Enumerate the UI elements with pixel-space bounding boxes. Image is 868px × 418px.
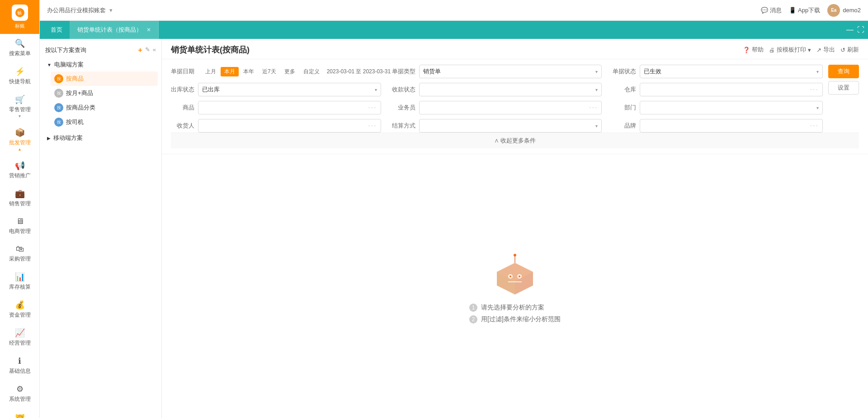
sidebar-item-quicknav[interactable]: ⚡ 快捷导航 bbox=[0, 62, 39, 90]
sidebar-item-retail[interactable]: 🛒 零售管理 ▾ bbox=[0, 90, 39, 123]
filter-area: 单据日期 上月 本月 本年 近7天 更多 自定义 bbox=[162, 59, 868, 154]
export-button[interactable]: ↗ 导出 bbox=[816, 46, 835, 54]
docstatus-control[interactable]: 已生效 ▾ bbox=[640, 65, 823, 78]
user-avatar: Ea bbox=[827, 4, 840, 17]
sidebar-item-search[interactable]: 🔍 搜索菜单 bbox=[0, 34, 39, 62]
print-button[interactable]: 🖨 按模板打印 ▾ bbox=[769, 46, 811, 54]
sidebar-item-operations[interactable]: 📈 经营管理 bbox=[0, 323, 39, 352]
receiver-control[interactable]: ··· bbox=[198, 119, 381, 133]
print-arrow-icon: ▾ bbox=[808, 47, 811, 53]
panel-collapse-button[interactable]: « bbox=[153, 46, 156, 54]
tab-close-icon[interactable]: ✕ bbox=[146, 27, 151, 33]
query-button[interactable]: 查询 bbox=[828, 65, 859, 78]
marketing-icon: 📢 bbox=[15, 161, 25, 171]
date-tab-more[interactable]: 更多 bbox=[281, 67, 299, 76]
sidebar-item-ecom[interactable]: 🖥 电商管理 bbox=[0, 212, 39, 240]
print-icon: 🖨 bbox=[769, 47, 775, 53]
doctype-arrow-icon: ▾ bbox=[595, 69, 598, 74]
tree-parent-mobile[interactable]: ▶ 移动端方案 bbox=[43, 131, 158, 145]
sidebar: 畅 标账 🔍 搜索菜单 ⚡ 快捷导航 🛒 零售管理 ▾ 📦 批发管理 ▴ 📢 营… bbox=[0, 0, 40, 418]
operations-icon: 📈 bbox=[15, 328, 25, 338]
filter-rows: 单据日期 上月 本月 本年 近7天 更多 自定义 bbox=[171, 65, 823, 133]
page-actions: ❓ 帮助 🖨 按模板打印 ▾ ↗ 导出 ↺ 刷新 bbox=[743, 46, 859, 54]
filter-item-doctype: 单据类型 销货单 ▾ bbox=[392, 65, 602, 78]
retail-icon: 🛒 bbox=[15, 95, 25, 104]
paymentstatus-arrow-icon: ▾ bbox=[595, 87, 598, 92]
sidebar-item-collab[interactable]: 🤝 企业协同 bbox=[0, 408, 39, 418]
tree-child-by-month-goods[interactable]: 按 按月+商品 bbox=[51, 86, 158, 100]
sidebar-item-finance[interactable]: 💰 资金管理 bbox=[0, 295, 39, 323]
user-profile[interactable]: Ea demo2 bbox=[827, 4, 861, 17]
payment-method-label: 结算方式 bbox=[392, 122, 419, 130]
tree-expand-arrow: ▼ bbox=[47, 62, 52, 67]
tab-minimize-icon[interactable]: — bbox=[846, 26, 854, 34]
date-range-text: 2023-03-01 至 2023-03-31 bbox=[327, 68, 391, 76]
sidebar-item-wholesale[interactable]: 📦 批发管理 ▴ bbox=[0, 123, 39, 156]
filter-item-warehouse: 仓库 ··· bbox=[613, 83, 823, 96]
refresh-button[interactable]: ↺ 刷新 bbox=[840, 46, 859, 54]
tab-home[interactable]: 首页 bbox=[43, 21, 70, 39]
tree-parent-desktop[interactable]: ▼ 电脑端方案 bbox=[43, 58, 158, 71]
help-button[interactable]: ❓ 帮助 bbox=[743, 46, 764, 54]
tab-maximize-icon[interactable]: ⛶ bbox=[857, 26, 864, 34]
date-tab-lastmonth[interactable]: 上月 bbox=[202, 67, 220, 76]
tree-parent-mobile-label: 移动端方案 bbox=[53, 134, 83, 142]
filter-item-dept: 部门 ▾ bbox=[613, 101, 823, 114]
industry-label: 办公用品行业模拟账套 bbox=[47, 6, 106, 14]
message-icon: 💬 bbox=[761, 7, 768, 14]
dept-label: 部门 bbox=[613, 104, 640, 112]
sidebar-item-basicinfo[interactable]: ℹ 基础信息 bbox=[0, 352, 39, 380]
warehouse-label: 仓库 bbox=[613, 86, 640, 94]
warehouse-control[interactable]: ··· bbox=[640, 83, 823, 96]
payment-method-control[interactable]: ▾ bbox=[419, 119, 602, 133]
tree-child-by-goods[interactable]: 按 按商品 bbox=[51, 71, 158, 86]
panel-actions: + ✎ « bbox=[138, 46, 156, 54]
paymentstatus-control[interactable]: ▾ bbox=[419, 83, 602, 96]
tree-section: ▼ 电脑端方案 按 按商品 按 按月+商品 按 bbox=[40, 58, 161, 145]
date-tab-thismonth[interactable]: 本月 bbox=[221, 67, 239, 76]
sidebar-item-purchase[interactable]: 🛍 采购管理 bbox=[0, 240, 39, 267]
sidebar-item-system[interactable]: ⚙ 系统管理 bbox=[0, 380, 39, 408]
date-tab-7days[interactable]: 近7天 bbox=[259, 67, 280, 76]
salesperson-dots-icon: ··· bbox=[589, 104, 598, 112]
refresh-icon: ↺ bbox=[840, 47, 845, 53]
tree-child-by-category[interactable]: 按 按商品分类 bbox=[51, 100, 158, 115]
left-panel-header: 按以下方案查询 + ✎ « bbox=[40, 44, 161, 58]
brand-control[interactable]: ··· bbox=[640, 119, 823, 133]
filter-item-salesperson: 业务员 ··· bbox=[392, 101, 602, 114]
tree-child-by-driver[interactable]: 按 按司机 bbox=[51, 115, 158, 129]
date-tab-thisyear[interactable]: 本年 bbox=[240, 67, 258, 76]
sidebar-item-sales[interactable]: 💼 销售管理 bbox=[0, 184, 39, 212]
topbar-right: 💬 消息 📱 App下载 Ea demo2 bbox=[761, 4, 861, 17]
filter-item-brand: 品牌 ··· bbox=[613, 119, 823, 133]
salesperson-label: 业务员 bbox=[392, 104, 419, 112]
sidebar-item-marketing[interactable]: 📢 营销推广 bbox=[0, 156, 39, 184]
panel-add-button[interactable]: + bbox=[138, 46, 142, 54]
tab-sales-stats[interactable]: 销货单统计表（按商品） ✕ bbox=[70, 21, 159, 39]
svg-text:畅: 畅 bbox=[17, 10, 22, 15]
goods-control[interactable]: ··· bbox=[198, 101, 381, 114]
sidebar-item-inventory[interactable]: 📊 库存核算 bbox=[0, 267, 39, 295]
doctype-control[interactable]: 销货单 ▾ bbox=[419, 65, 602, 78]
filter-item-payment-method: 结算方式 ▾ bbox=[392, 119, 602, 133]
tip-num-2: 2 bbox=[469, 315, 477, 323]
wholesale-icon: 📦 bbox=[15, 128, 25, 138]
child-icon-category: 按 bbox=[54, 103, 63, 112]
app-download-button[interactable]: 📱 App下载 bbox=[789, 6, 820, 14]
settings-button[interactable]: 设置 bbox=[828, 81, 859, 95]
tree-mobile-arrow: ▶ bbox=[47, 136, 51, 141]
export-icon: ↗ bbox=[816, 47, 821, 53]
date-tab-custom[interactable]: 自定义 bbox=[300, 67, 323, 76]
outstatus-control[interactable]: 已出库 ▾ bbox=[198, 83, 381, 96]
goods-label: 商品 bbox=[171, 104, 198, 112]
salesperson-control[interactable]: ··· bbox=[419, 101, 602, 114]
dept-control[interactable]: ▾ bbox=[640, 101, 823, 114]
tabbar: 首页 销货单统计表（按商品） ✕ — ⛶ bbox=[40, 21, 868, 39]
industry-dropdown-icon[interactable]: ▾ bbox=[109, 7, 113, 14]
collapse-bar[interactable]: ∧ 收起更多条件 bbox=[171, 133, 859, 148]
basicinfo-icon: ℹ bbox=[18, 356, 21, 366]
download-icon: 📱 bbox=[789, 7, 796, 14]
panel-edit-button[interactable]: ✎ bbox=[145, 46, 150, 54]
docstatus-arrow-icon: ▾ bbox=[816, 69, 819, 74]
message-button[interactable]: 💬 消息 bbox=[761, 6, 782, 14]
